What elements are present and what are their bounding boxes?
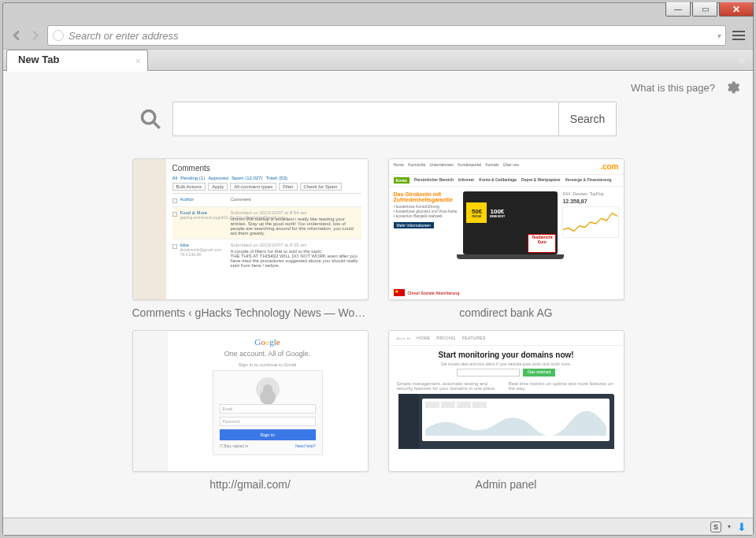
tile-thumbnail: Google One account. All of Google. Sign … — [132, 330, 369, 472]
tab-close-icon[interactable]: × — [135, 55, 141, 67]
status-s-icon[interactable]: S — [710, 521, 721, 532]
search-icon — [139, 108, 161, 130]
top-site-tile[interactable]: Home Kursische Unternehmen Kundenportal … — [387, 158, 625, 319]
download-icon[interactable]: ⬇ — [737, 521, 747, 533]
top-sites-grid: Comments All Pending (1) Approved Spam (… — [131, 158, 625, 491]
nav-back-button[interactable] — [8, 27, 25, 44]
tile-label: comdirect bank AG — [388, 306, 624, 319]
nav-forward-button[interactable] — [27, 27, 44, 44]
tile-thumbnail: deez.io HOME PRICING FEATURES Start moni… — [388, 330, 624, 472]
tab-new-tab[interactable]: New Tab × — [6, 50, 148, 71]
new-tab-page: What is this page? Search Comments — [3, 71, 753, 518]
svg-point-0 — [143, 111, 155, 124]
search-button[interactable]: Search — [558, 102, 617, 136]
address-placeholder: Search or enter address — [69, 30, 178, 42]
tile-label: Comments ‹ gHacks Technology News — Word… — [132, 306, 369, 319]
window-maximize-button[interactable]: ▭ — [692, 2, 717, 17]
tile-thumbnail: Comments All Pending (1) Approved Spam (… — [132, 158, 369, 300]
window-close-button[interactable]: ✕ — [719, 2, 754, 17]
svg-line-1 — [154, 122, 160, 128]
top-site-tile[interactable]: Comments All Pending (1) Approved Spam (… — [131, 158, 369, 319]
google-logo: Google — [254, 337, 280, 347]
tile-thumbnail: Home Kursische Unternehmen Kundenportal … — [388, 158, 624, 300]
address-bar[interactable]: Search or enter address ▾ — [47, 25, 726, 46]
globe-icon — [53, 30, 64, 41]
search-input[interactable] — [172, 102, 558, 136]
avatar-icon — [256, 377, 280, 401]
tab-label: New Tab — [18, 54, 60, 65]
help-link[interactable]: What is this page? — [631, 82, 715, 94]
gear-icon[interactable] — [724, 80, 740, 95]
window-titlebar: — ▭ ✕ — [3, 3, 753, 22]
tile-label: http://gmail.com/ — [132, 478, 369, 491]
browser-toolbar: Search or enter address ▾ — [3, 22, 753, 49]
address-dropdown-icon[interactable]: ▾ — [717, 32, 721, 40]
tabstrip-close-icon[interactable]: × — [739, 54, 745, 67]
browser-window: — ▭ ✕ Search or enter address ▾ New Tab … — [2, 2, 754, 536]
window-minimize-button[interactable]: — — [665, 2, 691, 17]
top-site-tile[interactable]: deez.io HOME PRICING FEATURES Start moni… — [387, 330, 625, 491]
tile-label: Admin panel — [388, 478, 624, 491]
status-bar: S ▾ ⬇ — [3, 518, 753, 535]
tab-strip: New Tab × × — [3, 49, 753, 71]
menu-button[interactable] — [729, 26, 748, 45]
status-dropdown-icon[interactable]: ▾ — [728, 523, 731, 530]
top-site-tile[interactable]: Google One account. All of Google. Sign … — [131, 330, 369, 491]
